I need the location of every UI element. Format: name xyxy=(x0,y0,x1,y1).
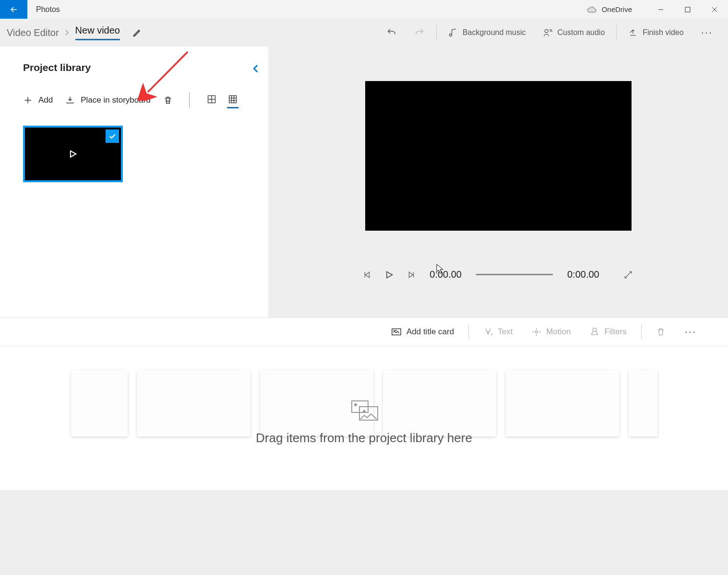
place-in-storyboard-button[interactable]: Place in storyboard xyxy=(65,95,151,105)
add-button[interactable]: Add xyxy=(23,95,53,105)
library-items xyxy=(23,126,245,182)
custom-audio-button[interactable]: Custom audio xyxy=(535,19,614,47)
svg-rect-1 xyxy=(685,7,690,12)
prev-frame-button[interactable] xyxy=(363,270,371,279)
player-controls: 0:00.00 0:00.00 xyxy=(363,269,633,280)
current-time: 0:00.00 xyxy=(430,269,462,280)
pencil-icon xyxy=(132,28,142,37)
download-into-icon xyxy=(65,95,75,105)
next-frame-button[interactable] xyxy=(407,270,415,279)
step-back-icon xyxy=(363,270,371,279)
export-icon xyxy=(628,28,638,37)
play-icon xyxy=(69,150,77,158)
title-card-icon xyxy=(391,328,402,336)
project-title[interactable]: New video xyxy=(75,25,120,40)
background-music-button[interactable]: Background music xyxy=(440,19,535,47)
ellipsis-icon: ··· xyxy=(701,26,713,38)
preview-area: 0:00.00 0:00.00 xyxy=(268,47,728,317)
undo-button[interactable] xyxy=(378,19,406,47)
onedrive-status[interactable]: OneDrive xyxy=(586,5,632,13)
add-label: Add xyxy=(38,95,53,105)
person-audio-icon xyxy=(543,28,553,37)
trash-icon xyxy=(163,95,173,106)
progress-bar[interactable] xyxy=(476,274,553,275)
finish-video-button[interactable]: Finish video xyxy=(620,19,692,47)
motion-label: Motion xyxy=(546,327,571,337)
close-icon xyxy=(712,7,717,12)
titlebar: Photos OneDrive xyxy=(0,0,728,19)
filters-label: Filters xyxy=(604,327,626,337)
library-actions: Add Place in storyboard xyxy=(23,92,245,108)
svg-point-17 xyxy=(536,331,538,333)
cloud-icon xyxy=(586,6,597,13)
main-toolbar: Video Editor New video Background music … xyxy=(0,19,728,47)
storyboard-slot[interactable] xyxy=(506,370,619,436)
svg-rect-10 xyxy=(229,96,236,103)
close-button[interactable] xyxy=(701,0,728,19)
fullscreen-button[interactable] xyxy=(623,270,633,280)
trash-icon xyxy=(656,327,666,337)
separator xyxy=(436,25,437,40)
storyboard-more-button[interactable]: ··· xyxy=(676,326,705,338)
minimize-icon xyxy=(658,7,664,12)
storyboard-delete-button[interactable] xyxy=(647,327,674,337)
redo-button[interactable] xyxy=(406,19,433,47)
breadcrumb-root[interactable]: Video Editor xyxy=(7,27,59,38)
total-time: 0:00.00 xyxy=(567,269,599,280)
music-note-icon xyxy=(448,28,458,37)
check-icon xyxy=(108,132,117,141)
chevron-right-icon xyxy=(65,29,70,36)
storyboard-slot[interactable] xyxy=(260,370,373,436)
play-button[interactable] xyxy=(385,270,393,279)
maximize-icon xyxy=(685,7,691,12)
plus-icon xyxy=(23,95,33,105)
storyboard-toolbar: Add title card Text Motion Filters ··· xyxy=(0,317,728,346)
separator xyxy=(189,93,190,108)
storyboard-slot[interactable] xyxy=(629,370,657,436)
storyboard-slot[interactable] xyxy=(383,370,496,436)
library-thumbnail[interactable] xyxy=(23,126,123,182)
grid-3x3-icon xyxy=(228,94,238,104)
window-controls xyxy=(647,0,728,19)
onedrive-label: OneDrive xyxy=(602,5,632,13)
filters-button[interactable]: Filters xyxy=(581,327,635,337)
collapse-library-button[interactable] xyxy=(252,64,259,73)
storyboard-cards: Drag items from the project library here xyxy=(71,370,657,490)
back-button[interactable] xyxy=(0,0,27,19)
step-forward-icon xyxy=(407,270,415,279)
undo-icon xyxy=(386,27,397,38)
separator xyxy=(641,325,642,339)
ellipsis-icon: ··· xyxy=(685,326,696,338)
play-icon xyxy=(385,270,393,279)
library-heading: Project library xyxy=(23,62,245,73)
storyboard-slot[interactable] xyxy=(137,370,251,436)
redo-icon xyxy=(414,27,425,38)
motion-button[interactable]: Motion xyxy=(523,327,579,337)
maximize-button[interactable] xyxy=(674,0,701,19)
minimize-button[interactable] xyxy=(647,0,674,19)
add-title-card-button[interactable]: Add title card xyxy=(382,327,463,337)
more-button[interactable]: ··· xyxy=(692,26,721,39)
rename-button[interactable] xyxy=(132,28,142,37)
grid-2x2-icon xyxy=(207,94,216,104)
filters-icon xyxy=(590,327,599,337)
svg-point-4 xyxy=(545,29,548,33)
svg-rect-18 xyxy=(593,329,597,332)
place-label: Place in storyboard xyxy=(81,95,151,105)
storyboard-slot[interactable] xyxy=(71,370,128,436)
small-grid-button[interactable] xyxy=(227,92,239,108)
preview-canvas[interactable] xyxy=(365,81,632,231)
large-grid-button[interactable] xyxy=(206,92,217,108)
view-toggle-group xyxy=(206,92,239,108)
custom-audio-label: Custom audio xyxy=(558,28,605,37)
storyboard-area[interactable]: Drag items from the project library here xyxy=(0,346,728,490)
add-title-card-label: Add title card xyxy=(406,327,454,337)
separator xyxy=(616,25,617,40)
play-indicator xyxy=(69,150,77,158)
selected-check[interactable] xyxy=(106,129,119,143)
text-label: Text xyxy=(498,327,513,337)
finish-video-label: Finish video xyxy=(643,28,683,37)
delete-button[interactable] xyxy=(163,95,173,106)
text-button[interactable]: Text xyxy=(475,327,521,337)
chevron-left-icon xyxy=(252,64,259,73)
